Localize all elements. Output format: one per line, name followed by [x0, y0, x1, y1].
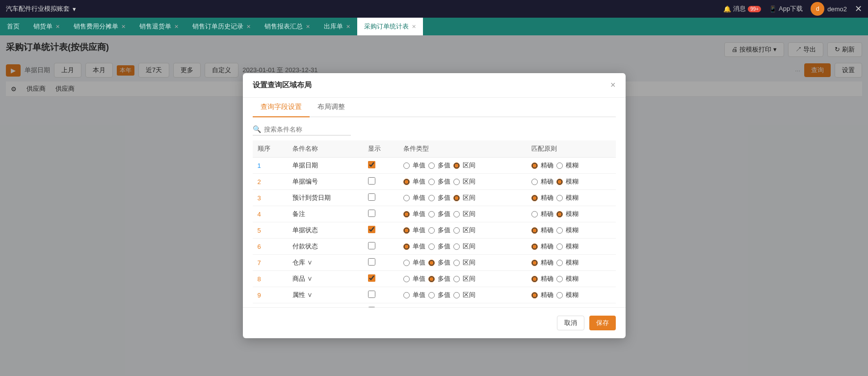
table-row: 10有无商品图片单值多值区间精确模糊 [253, 303, 616, 308]
radio-单值[interactable] [403, 260, 410, 266]
tab-sales-return-close[interactable]: ✕ [174, 24, 179, 30]
radio-模糊[interactable] [556, 227, 563, 234]
show-checkbox[interactable] [368, 161, 375, 168]
radio-多值[interactable] [428, 227, 435, 234]
show-checkbox[interactable] [368, 210, 375, 217]
radio-多值[interactable] [428, 162, 435, 169]
radio-区间[interactable] [453, 179, 460, 185]
cell-order: 4 [253, 206, 288, 222]
tab-purchase-close[interactable]: ✕ [412, 24, 416, 30]
tab-sales-order[interactable]: 销货单 ✕ [26, 18, 67, 35]
show-checkbox[interactable] [368, 177, 375, 185]
search-input[interactable] [264, 126, 342, 133]
radio-区间[interactable] [453, 260, 460, 266]
show-checkbox[interactable] [368, 193, 375, 201]
radio-label-模糊: 模糊 [566, 291, 579, 299]
cell-order: 1 [253, 158, 288, 174]
radio-多值[interactable] [428, 260, 435, 266]
radio-模糊[interactable] [556, 243, 563, 250]
radio-模糊[interactable] [556, 292, 563, 298]
tab-history[interactable]: 销售订单历史记录 ✕ [185, 18, 258, 35]
tab-sales-return[interactable]: 销售退货单 ✕ [132, 18, 185, 35]
show-checkbox[interactable] [368, 226, 375, 233]
user-area[interactable]: d demo2 [811, 2, 847, 16]
radio-精确[interactable] [531, 211, 538, 217]
tab-purchase[interactable]: 采购订单统计表 ✕ [357, 18, 423, 35]
radio-多值[interactable] [428, 195, 435, 201]
match-radio-group: 精确模糊 [531, 291, 611, 299]
radio-精确[interactable] [531, 195, 538, 201]
show-checkbox[interactable] [368, 242, 375, 249]
radio-模糊[interactable] [556, 276, 563, 282]
user-name: demo2 [827, 5, 847, 13]
radio-单值[interactable] [403, 227, 410, 234]
top-close-button[interactable]: ✕ [855, 3, 862, 14]
radio-模糊[interactable] [556, 195, 563, 201]
radio-区间[interactable] [453, 195, 460, 201]
radio-label-单值: 单值 [413, 161, 425, 170]
tab-outbound[interactable]: 出库单 ✕ [317, 18, 357, 35]
radio-精确[interactable] [531, 260, 538, 266]
table-row: 2单据编号单值多值区间精确模糊 [253, 174, 616, 190]
bell-icon: 🔔 [723, 5, 731, 13]
radio-单值[interactable] [403, 243, 410, 250]
radio-模糊[interactable] [556, 179, 563, 185]
dialog-tab-layout[interactable]: 布局调整 [310, 98, 353, 117]
radio-多值[interactable] [428, 243, 435, 250]
download-area[interactable]: 📱 App下载 [769, 4, 803, 13]
tab-home[interactable]: 首页 [0, 18, 26, 35]
radio-区间[interactable] [453, 211, 460, 217]
dropdown-icon[interactable]: ▾ [73, 5, 76, 13]
tab-summary[interactable]: 销售报表汇总 ✕ [258, 18, 317, 35]
radio-精确[interactable] [531, 179, 538, 185]
dialog-close-button[interactable]: × [610, 80, 616, 90]
radio-区间[interactable] [453, 292, 460, 298]
radio-区间[interactable] [453, 243, 460, 250]
tab-sales-expense-close[interactable]: ✕ [121, 24, 126, 30]
tab-summary-label: 销售报表汇总 [264, 22, 303, 31]
radio-多值[interactable] [428, 179, 435, 185]
tab-sales-expense[interactable]: 销售费用分摊单 ✕ [67, 18, 132, 35]
cell-show [363, 303, 398, 308]
show-checkbox[interactable] [368, 258, 375, 266]
radio-模糊[interactable] [556, 260, 563, 266]
radio-精确[interactable] [531, 243, 538, 250]
table-scroll-area: 顺序 条件名称 显示 条件类型 匹配原则 1单据日期单值多值区间精确模糊2单据编… [253, 140, 616, 307]
save-button[interactable]: 保存 [589, 316, 616, 330]
show-checkbox[interactable] [368, 274, 375, 282]
radio-区间[interactable] [453, 162, 460, 169]
cell-name: 属性 ∨ [288, 287, 363, 303]
tab-summary-close[interactable]: ✕ [306, 24, 310, 30]
show-checkbox[interactable] [368, 291, 375, 298]
radio-模糊[interactable] [556, 211, 563, 217]
radio-精确[interactable] [531, 292, 538, 298]
radio-精确[interactable] [531, 276, 538, 282]
radio-精确[interactable] [531, 227, 538, 234]
tab-history-close[interactable]: ✕ [246, 24, 251, 30]
tab-outbound-close[interactable]: ✕ [346, 24, 350, 30]
radio-单值[interactable] [403, 162, 410, 169]
radio-精确[interactable] [531, 162, 538, 169]
radio-区间[interactable] [453, 276, 460, 282]
radio-单值[interactable] [403, 211, 410, 217]
tab-sales-order-close[interactable]: ✕ [55, 24, 60, 30]
radio-多值[interactable] [428, 276, 435, 282]
match-radio-group: 精确模糊 [531, 177, 611, 186]
dialog-header: 设置查询区域布局 × [243, 73, 626, 98]
radio-区间[interactable] [453, 227, 460, 234]
radio-单值[interactable] [403, 276, 410, 282]
radio-label-多值: 多值 [438, 193, 450, 202]
radio-单值[interactable] [403, 195, 410, 201]
cancel-button[interactable]: 取消 [557, 316, 584, 330]
dialog-tab-query-fields[interactable]: 查询字段设置 [253, 98, 310, 117]
radio-多值[interactable] [428, 292, 435, 298]
cell-match: 精确模糊 [526, 158, 616, 174]
notification-area[interactable]: 🔔 消息 99+ [723, 4, 761, 13]
type-radio-group: 单值多值区间 [403, 193, 522, 202]
radio-模糊[interactable] [556, 162, 563, 169]
radio-label-模糊: 模糊 [566, 242, 579, 251]
radio-label-精确: 精确 [541, 161, 553, 170]
radio-单值[interactable] [403, 292, 410, 298]
radio-单值[interactable] [403, 179, 410, 185]
radio-多值[interactable] [428, 211, 435, 217]
